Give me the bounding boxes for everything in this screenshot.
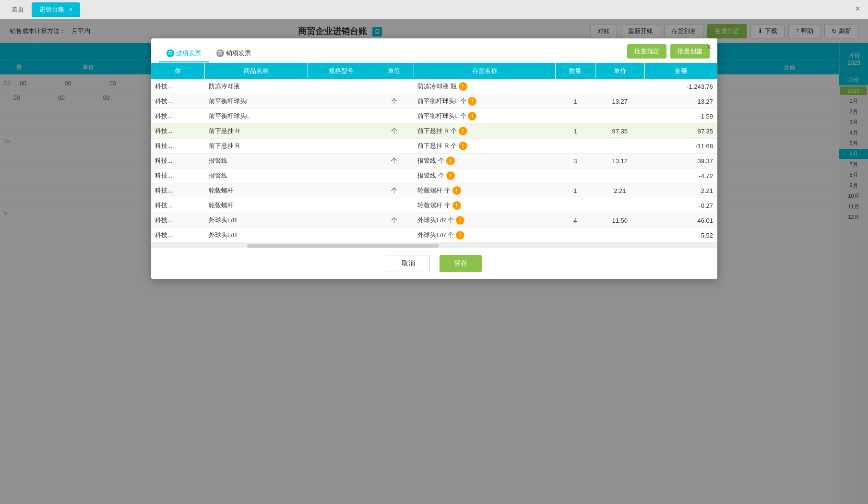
window-close-button[interactable]: × (855, 4, 860, 14)
col-header-company: 你 (151, 63, 205, 79)
cell-amount: -4.72 (644, 168, 717, 183)
table-row: 科技... 前下悬挂 R 个 前下悬挂 R 个 ! 1 97.35 97.35 (151, 124, 717, 139)
modal-header: 票 进项发票 票 销项发票 批量指定 批量创建 × (151, 38, 717, 63)
cell-spec (308, 154, 374, 168)
cell-product: 前下悬挂 R (205, 124, 308, 139)
table-row: 科技... 轮毂螺杆 轮毂螺杆 个 ! -0.27 (151, 198, 717, 213)
cell-product: 轮毂螺杆 (205, 198, 308, 213)
cell-price: 13.27 (595, 94, 644, 109)
cell-stock: 前下悬挂 R 个 ! (414, 124, 555, 139)
cell-unit: 个 (374, 213, 414, 228)
warning-icon: ! (459, 142, 467, 150)
batch-assign-button[interactable]: 批量指定 (627, 44, 666, 59)
cell-spec (308, 183, 374, 198)
modal-dialog: 票 进项发票 票 销项发票 批量指定 批量创建 × 你 (151, 38, 717, 279)
cell-product: 外球头L/R (205, 213, 308, 228)
cell-unit: 个 (374, 124, 414, 139)
cell-unit (374, 139, 414, 154)
cell-spec (308, 94, 374, 109)
cell-amount: -1,243.76 (644, 79, 717, 94)
table-row: 科技... 外球头L/R 外球头L/R 个 ! -5.52 (151, 228, 717, 243)
cell-company: 科技... (151, 183, 205, 198)
purchase-invoice-icon: 票 (166, 49, 174, 57)
tab-home[interactable]: 首页 (4, 2, 32, 17)
col-header-price: 单价 (595, 63, 644, 79)
cell-stock: 前平衡杆球头L 个 ! (414, 109, 555, 124)
table-row: 科技... 前平衡杆球头L 前平衡杆球头L 个 ! -1.59 (151, 109, 717, 124)
modal-header-buttons: 批量指定 批量创建 (627, 44, 710, 62)
cell-company: 科技... (151, 198, 205, 213)
cell-stock: 防冻冷却液 瓶 ! (414, 79, 555, 94)
cell-spec (308, 139, 374, 154)
batch-create-button[interactable]: 批量创建 (670, 44, 710, 59)
cell-product: 外球头L/R (205, 228, 308, 243)
cell-qty (555, 198, 595, 213)
col-header-amount: 金额 (644, 63, 717, 79)
warning-icon: ! (452, 201, 461, 210)
cell-stock: 外球头L/R 个 ! (414, 228, 555, 243)
cell-spec (308, 79, 374, 94)
cell-stock: 外球头L/R 个 ! (414, 213, 555, 228)
table-row: 科技... 轮毂螺杆 个 轮毂螺杆 个 ! 1 2.21 2.21 (151, 183, 717, 198)
modal-close-button[interactable]: × (706, 42, 712, 52)
cell-qty: 1 (555, 183, 595, 198)
cell-price (595, 79, 644, 94)
cell-unit: 个 (374, 183, 414, 198)
cell-amount: 39.37 (644, 154, 717, 168)
horizontal-scrollbar[interactable] (151, 243, 717, 248)
warning-icon: ! (452, 186, 461, 195)
cell-price: 11.50 (595, 213, 644, 228)
table-row: 科技... 报警线 报警线 个 ! -4.72 (151, 168, 717, 183)
cell-price (595, 139, 644, 154)
cell-amount: -1.59 (644, 109, 717, 124)
cancel-button[interactable]: 取消 (387, 255, 430, 272)
cell-unit (374, 168, 414, 183)
cell-product: 轮毂螺杆 (205, 183, 308, 198)
cell-amount: -5.52 (644, 228, 717, 243)
cell-stock: 报警线 个 ! (414, 168, 555, 183)
cell-company: 科技... (151, 154, 205, 168)
cell-unit (374, 79, 414, 94)
col-header-spec: 规格型号 (308, 63, 374, 79)
col-header-unit: 单位 (374, 63, 414, 79)
cell-qty (555, 79, 595, 94)
cell-product: 前平衡杆球头L (205, 94, 308, 109)
cell-spec (308, 168, 374, 183)
warning-icon: ! (456, 216, 464, 225)
scroll-thumb[interactable] (247, 244, 439, 248)
cell-qty: 1 (555, 94, 595, 109)
cell-company: 科技... (151, 228, 205, 243)
modal-body: 你 商品名称 规格型号 单位 存货名称 数量 单价 金额 科技... 防冻冷却液 (151, 63, 717, 243)
cell-price: 2.21 (595, 183, 644, 198)
col-header-qty: 数量 (555, 63, 595, 79)
cell-qty (555, 109, 595, 124)
cell-price (595, 109, 644, 124)
warning-icon: ! (446, 171, 455, 180)
cell-price (595, 228, 644, 243)
tab-sales-invoice[interactable]: 票 销项发票 (209, 45, 259, 62)
tab-close-icon[interactable]: × (69, 6, 72, 13)
cell-qty (555, 139, 595, 154)
col-header-product-name: 商品名称 (205, 63, 308, 79)
cell-spec (308, 228, 374, 243)
cell-qty: 4 (555, 213, 595, 228)
invoice-table: 你 商品名称 规格型号 单位 存货名称 数量 单价 金额 科技... 防冻冷却液 (151, 63, 717, 243)
cell-company: 科技... (151, 109, 205, 124)
cell-amount: 2.21 (644, 183, 717, 198)
warning-icon: ! (446, 156, 455, 165)
cell-product: 防冻冷却液 (205, 79, 308, 94)
table-row: 科技... 防冻冷却液 防冻冷却液 瓶 ! -1,243.76 (151, 79, 717, 94)
cell-qty: 1 (555, 124, 595, 139)
table-row: 科技... 报警线 个 报警线 个 ! 3 13.12 39.37 (151, 154, 717, 168)
cell-product: 前下悬挂 R (205, 139, 308, 154)
cell-price (595, 198, 644, 213)
sales-invoice-icon: 票 (216, 49, 224, 57)
table-row: 科技... 前平衡杆球头L 个 前平衡杆球头L 个 ! 1 13.27 13.2… (151, 94, 717, 109)
cell-amount: 46.01 (644, 213, 717, 228)
cell-stock: 报警线 个 ! (414, 154, 555, 168)
save-button[interactable]: 保存 (440, 255, 482, 272)
cell-unit: 个 (374, 94, 414, 109)
cell-amount: 97.35 (644, 124, 717, 139)
tab-purchase-invoice[interactable]: 票 进项发票 (159, 45, 209, 62)
tab-ledger[interactable]: 进销台账 × (32, 2, 80, 17)
